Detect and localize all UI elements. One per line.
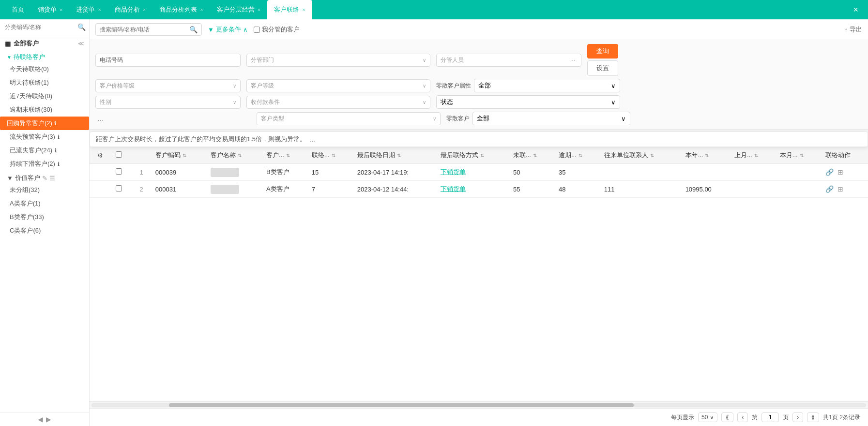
nav-product-analysis-list[interactable]: 商品分析列表 × — [152, 0, 210, 19]
nav-home[interactable]: 首页 — [5, 0, 31, 19]
unit-contact-sort-icon[interactable]: ⇅ — [650, 153, 654, 158]
row2-link-icon[interactable]: 🔗 — [825, 185, 834, 193]
nav-sales-order[interactable]: 销货单 × — [31, 0, 69, 19]
sidebar-item-c-class[interactable]: C类客户(6) — [0, 224, 89, 237]
value-group-settings-icon[interactable]: ☰ — [49, 175, 55, 182]
row2-grid-icon[interactable]: ⊞ — [838, 185, 843, 193]
sidebar-item-churn-warning[interactable]: 流失预警客户(3) ℹ — [0, 130, 89, 144]
col-uncontacted[interactable]: 未联... ⇅ — [508, 147, 554, 164]
close-customer-contact-icon[interactable]: × — [302, 7, 305, 13]
horizontal-scrollbar[interactable] — [90, 401, 868, 408]
row1-this-year — [681, 164, 730, 181]
col-contact[interactable]: 联络... ⇅ — [307, 147, 352, 164]
name-sort-icon[interactable]: ⇅ — [238, 153, 242, 158]
sidebar-item-declining[interactable]: 持续下滑客户(2) ℹ — [0, 157, 89, 171]
row1-grid-icon[interactable]: ⊞ — [838, 168, 843, 176]
export-button[interactable]: ↑ 导出 — [845, 25, 863, 34]
col-name[interactable]: 客户名称 ⇅ — [206, 147, 261, 164]
col-gear[interactable]: ⚙ — [90, 147, 111, 164]
this-month-sort-icon[interactable]: ⇅ — [800, 153, 804, 158]
next-page-button[interactable]: › — [792, 412, 803, 422]
last-contact-date-sort-icon[interactable]: ⇅ — [397, 153, 401, 158]
this-year-sort-icon[interactable]: ⇅ — [705, 153, 709, 158]
close-customer-tier-icon[interactable]: × — [258, 7, 260, 13]
nav-customer-tier[interactable]: 客户分层经营 × — [210, 0, 267, 19]
first-page-button[interactable]: ⟪ — [721, 412, 733, 422]
category-sort-icon[interactable]: ⇅ — [286, 153, 290, 158]
col-code[interactable]: 客户编码 ⇅ — [151, 147, 206, 164]
search-icon[interactable]: 🔍 — [189, 26, 198, 33]
nav-product-analysis[interactable]: 商品分析 × — [108, 0, 152, 19]
row1-select-checkbox[interactable] — [116, 168, 122, 175]
retail-customer-select[interactable]: 全部 ∨ — [472, 112, 630, 125]
sidebar-item-b-class[interactable]: B类客户(33) — [0, 210, 89, 224]
sidebar-item-overdue-pending[interactable]: 逾期未联络(30) — [0, 103, 89, 117]
my-customer-checkbox[interactable] — [254, 27, 260, 33]
close-sales-order-icon[interactable]: × — [60, 7, 62, 13]
close-all-button[interactable]: × — [848, 5, 863, 15]
retail-attr-select[interactable]: 全部 ∨ — [474, 79, 620, 92]
uncontacted-sort-icon[interactable]: ⇅ — [533, 153, 537, 158]
sidebar-collapse-icon[interactable]: ≪ — [78, 40, 84, 47]
sidebar-item-tomorrow-pending[interactable]: 明天待联络(1) — [0, 76, 89, 89]
more-conditions-button[interactable]: ▼ 更多条件 ∧ — [208, 25, 248, 34]
col-last-month[interactable]: 上月... ⇅ — [730, 147, 775, 164]
search-input[interactable] — [100, 26, 189, 33]
query-button[interactable]: 查询 — [587, 44, 618, 59]
gender-select[interactable]: 性别 ∨ — [95, 96, 241, 109]
row1-link-icon[interactable]: 🔗 — [825, 168, 834, 176]
col-last-contact-method[interactable]: 最后联络方式 ⇅ — [436, 147, 508, 164]
person-select[interactable]: 分管人员 ··· — [436, 54, 581, 67]
col-overdue[interactable]: 逾期... ⇅ — [554, 147, 599, 164]
pending-group-title[interactable]: ▼ 待联络客户 — [0, 50, 89, 62]
select-all-checkbox[interactable] — [116, 151, 122, 158]
sidebar-search-input[interactable] — [5, 24, 77, 30]
sidebar-search-icon[interactable]: 🔍 — [77, 23, 86, 31]
customer-level-select[interactable]: 客户等级 ∨ — [246, 79, 430, 92]
status-select[interactable]: 状态 ∨ — [436, 95, 620, 109]
table-row: 2 000031 ██ A类客户 7 2023-04-12 14:44: 下销货… — [90, 181, 868, 198]
customer-type-select[interactable]: 客户类型 ∨ — [257, 112, 441, 125]
row2-select-checkbox[interactable] — [116, 185, 122, 191]
page-number-input[interactable] — [761, 412, 779, 422]
tooltip-dots[interactable]: ... — [310, 136, 315, 143]
scroll-thumb[interactable] — [169, 403, 634, 407]
close-product-analysis-icon[interactable]: × — [143, 7, 146, 13]
close-product-analysis-list-icon[interactable]: × — [200, 7, 203, 13]
sidebar-item-a-class[interactable]: A类客户(1) — [0, 197, 89, 210]
sidebar-item-churned[interactable]: 已流失客户(24) ℹ — [0, 144, 89, 157]
row1-gear — [90, 164, 111, 181]
sidebar-item-ungroup[interactable]: 未分组(32) — [0, 183, 89, 197]
last-contact-method-sort-icon[interactable]: ⇅ — [480, 153, 484, 158]
close-purchase-order-icon[interactable]: × — [98, 7, 101, 13]
nav-purchase-order[interactable]: 进货单 × — [69, 0, 107, 19]
prev-page-button[interactable]: ‹ — [737, 412, 748, 422]
col-category[interactable]: 客户... ⇅ — [261, 147, 307, 164]
sidebar-item-rebuy-anomaly[interactable]: 回购异常客户(2) ℹ — [0, 117, 89, 130]
price-level-select[interactable]: 客户价格等级 ∨ — [95, 79, 241, 92]
last-page-button[interactable]: ⟫ — [807, 412, 819, 422]
code-sort-icon[interactable]: ⇅ — [183, 153, 186, 158]
phone-input[interactable] — [126, 57, 236, 63]
contact-sort-icon[interactable]: ⇅ — [332, 153, 335, 158]
person-ellipsis[interactable]: ··· — [568, 57, 577, 63]
row1-last-contact-method[interactable]: 下销货单 — [436, 164, 508, 181]
per-page-select[interactable]: 50 ∨ — [698, 412, 717, 422]
value-group-edit-icon[interactable]: ✎ — [42, 175, 47, 182]
settings-button[interactable]: 设置 — [587, 60, 618, 76]
payment-select[interactable]: 收付款条件 ∨ — [246, 96, 430, 109]
more-filter-dots[interactable]: ... — [95, 114, 106, 123]
col-this-month[interactable]: 本月... ⇅ — [775, 147, 821, 164]
col-last-contact-date[interactable]: 最后联络日期 ⇅ — [352, 147, 436, 164]
last-month-sort-icon[interactable]: ⇅ — [754, 153, 758, 158]
dept-select[interactable]: 分管部门 ∨ — [246, 54, 430, 67]
nav-customer-contact[interactable]: 客户联络 × — [267, 0, 312, 19]
overdue-sort-icon[interactable]: ⇅ — [579, 153, 582, 158]
col-unit-contact[interactable]: 往来单位联系人 ⇅ — [599, 147, 681, 164]
sidebar-right-arrow[interactable]: ▶ — [46, 415, 51, 423]
sidebar-item-7day-pending[interactable]: 近7天待联络(0) — [0, 89, 89, 103]
sidebar-item-today-pending[interactable]: 今天待联络(0) — [0, 62, 89, 76]
col-this-year[interactable]: 本年... ⇅ — [681, 147, 730, 164]
sidebar-left-arrow[interactable]: ◀ — [38, 415, 43, 423]
row2-last-contact-method[interactable]: 下销货单 — [436, 181, 508, 198]
